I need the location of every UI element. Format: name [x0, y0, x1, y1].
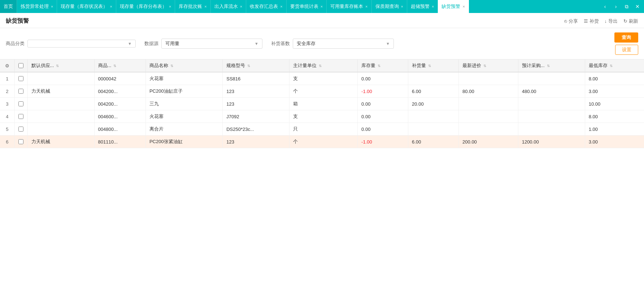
nav-controls: ‹ › ⧉ ✕ — [600, 1, 644, 12]
datasource-value: 可用量 — [165, 40, 179, 47]
replenish-base-chevron-icon: ▼ — [386, 41, 390, 46]
cell-replenish-qty — [408, 72, 459, 85]
nav-restore-button[interactable]: ⧉ — [622, 1, 632, 12]
nav-tab-batch-account[interactable]: 库存批次账 × — [175, 0, 210, 13]
cell-product-name: PC200油缸庄子 — [145, 85, 222, 98]
row-checkbox[interactable] — [18, 139, 23, 144]
close-tab-shortage[interactable]: × — [462, 4, 465, 9]
filter-bar: 商品分类 ▼ 数据源 可用量 ▼ 补货基数 安全库存 ▼ 查询 设置 — [0, 28, 644, 59]
replenish-base-filter: 补货基数 安全库存 ▼ — [271, 39, 394, 49]
nav-tab-exception[interactable]: 拣货异常处理 × — [17, 0, 57, 13]
cell-checkbox — [14, 136, 27, 148]
nav-tab-home[interactable]: 首页 — [0, 0, 17, 13]
table-row: 6力天机械801110...PC200张紧油缸123个-1.006.00200.… — [0, 136, 644, 148]
replenish-button[interactable]: ☰ 补货 — [584, 18, 599, 25]
row-checkbox[interactable] — [18, 76, 23, 81]
settings-button[interactable]: 设置 — [615, 45, 638, 55]
cell-stock-qty: -1.00 — [358, 85, 408, 98]
cell-idx: 3 — [0, 98, 14, 110]
nav-tab-order-stats[interactable]: 要货单统计表 × — [287, 0, 327, 13]
cell-product-name: 火花塞 — [145, 72, 222, 85]
replenish-base-select[interactable]: 安全库存 ▼ — [293, 39, 394, 49]
cell-est-purchase: 480.00 — [518, 85, 585, 98]
cell-unit: 支 — [289, 72, 357, 85]
cell-est-purchase — [518, 110, 585, 123]
sort-latest-price-icon[interactable]: ⇅ — [483, 64, 486, 68]
row-checkbox[interactable] — [18, 89, 23, 94]
nav-tab-shortage[interactable]: 缺货预警 × — [438, 0, 469, 13]
nav-prev-button[interactable]: ‹ — [600, 1, 610, 12]
cell-min-stock: 8.00 — [585, 72, 644, 85]
close-tab-receive-summary[interactable]: × — [280, 4, 282, 9]
nav-tab-expiry-query[interactable]: 保质期查询 × — [372, 0, 407, 13]
close-tab-batch-account[interactable]: × — [204, 4, 206, 9]
cell-stock-qty: 0.00 — [358, 110, 408, 123]
datasource-select[interactable]: 可用量 ▼ — [161, 39, 262, 49]
nav-tab-inventory-status[interactable]: 现存量（库存状况表） × — [57, 0, 116, 13]
share-icon: ⎋ — [564, 18, 567, 24]
close-tab-overstock[interactable]: × — [432, 4, 434, 9]
sort-replenish-qty-icon[interactable]: ⇅ — [428, 64, 431, 68]
row-checkbox[interactable] — [18, 101, 23, 106]
refresh-icon: ↻ — [623, 18, 627, 24]
cell-product-code: 801110... — [94, 136, 145, 148]
sort-unit-icon[interactable]: ⇅ — [319, 64, 322, 68]
sort-product-code-icon[interactable]: ⇅ — [113, 64, 116, 68]
close-tab-inventory-dist[interactable]: × — [169, 4, 171, 9]
close-tab-exception[interactable]: × — [51, 4, 53, 9]
cell-spec: 123 — [223, 136, 290, 148]
cell-stock-qty: 0.00 — [358, 72, 408, 85]
table-body: 10000042火花塞SS816支0.008.002力天机械004200...P… — [0, 72, 644, 148]
close-tab-expiry-query[interactable]: × — [401, 4, 403, 9]
nav-tab-inout-flow[interactable]: 出入库流水 × — [211, 0, 246, 13]
sort-stock-qty-icon[interactable]: ⇅ — [378, 64, 380, 68]
sort-min-stock-icon[interactable]: ⇅ — [610, 64, 613, 68]
category-filter: 商品分类 ▼ — [6, 40, 136, 48]
th-checkbox — [14, 59, 27, 72]
table-header-row: ⚙ 默认供应... ⇅ — [0, 59, 644, 72]
query-button[interactable]: 查询 — [614, 32, 638, 43]
cell-latest-price — [459, 110, 518, 123]
cell-supplier — [27, 98, 94, 110]
cell-product-code: 004200... — [94, 85, 145, 98]
export-button[interactable]: ↓ 导出 — [605, 18, 618, 25]
close-tab-available-ledger[interactable]: × — [365, 4, 367, 9]
cell-latest-price: 200.00 — [459, 136, 518, 148]
close-tab-order-stats[interactable]: × — [321, 4, 323, 9]
cell-est-purchase — [518, 72, 585, 85]
th-product-name: 商品名称 ⇅ — [145, 59, 222, 72]
th-latest-price: 最新进价 ⇅ — [459, 59, 518, 72]
category-select[interactable]: ▼ — [27, 40, 136, 48]
cell-est-purchase: 1200.00 — [518, 136, 585, 148]
cell-product-name: 离合片 — [145, 123, 222, 136]
sort-supplier-icon[interactable]: ⇅ — [56, 64, 59, 68]
sort-spec-icon[interactable]: ⇅ — [247, 64, 250, 68]
cell-latest-price — [459, 98, 518, 110]
nav-tab-receive-summary[interactable]: 收发存汇总表 × — [246, 0, 286, 13]
cell-est-purchase — [518, 98, 585, 110]
close-tab-inout-flow[interactable]: × — [240, 4, 242, 9]
nav-tab-available-ledger[interactable]: 可用量库存账本 × — [327, 0, 371, 13]
row-checkbox[interactable] — [18, 114, 23, 119]
nav-close-button[interactable]: ✕ — [632, 1, 643, 12]
share-button[interactable]: ⎋ 分享 — [564, 18, 578, 25]
select-all-checkbox[interactable] — [18, 63, 23, 68]
cell-checkbox — [14, 85, 27, 98]
cell-min-stock: 3.00 — [585, 85, 644, 98]
sort-est-purchase-icon[interactable]: ⇅ — [547, 64, 550, 68]
nav-tab-overstock[interactable]: 超储预警 × — [407, 0, 438, 13]
table-settings-icon[interactable]: ⚙ — [4, 63, 11, 69]
cell-unit: 支 — [289, 110, 357, 123]
row-checkbox[interactable] — [18, 127, 23, 132]
refresh-button[interactable]: ↻ 刷新 — [623, 18, 638, 25]
th-est-purchase: 预计采购... ⇅ — [518, 59, 585, 72]
nav-next-button[interactable]: › — [611, 1, 621, 12]
close-tab-inventory-status[interactable]: × — [110, 4, 112, 9]
cell-min-stock: 10.00 — [585, 98, 644, 110]
nav-tab-inventory-dist[interactable]: 现存量（库存分布表） × — [116, 0, 175, 13]
sort-product-name-icon[interactable]: ⇅ — [170, 64, 173, 68]
cell-latest-price — [459, 72, 518, 85]
cell-spec: J7092 — [223, 110, 290, 123]
cell-idx: 6 — [0, 136, 14, 148]
cell-idx: 5 — [0, 123, 14, 136]
